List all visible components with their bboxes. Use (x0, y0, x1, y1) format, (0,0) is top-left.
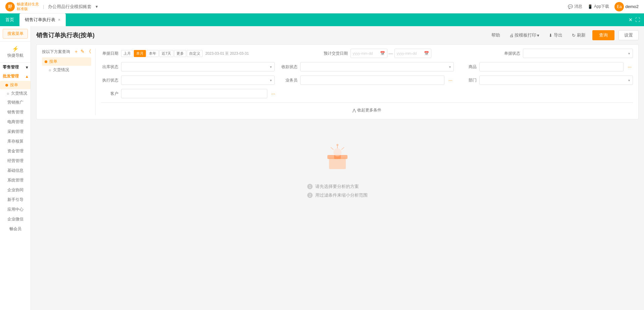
tab-home[interactable]: 首页 (0, 13, 19, 26)
sidebar-item-enterprise[interactable]: 企业协同 (0, 185, 31, 195)
date-tab-more[interactable]: 更多 (174, 50, 186, 57)
sidebar-item-ecommerce[interactable]: 电商管理 (0, 117, 31, 127)
download-icon: 📱 (588, 4, 593, 9)
date-tab-custom[interactable]: 自定义 (187, 50, 203, 57)
goods-input[interactable] (479, 62, 624, 71)
salesperson-input[interactable] (300, 75, 444, 85)
filter-layout: 按以下方案查询 ＋ ✎ 《 按单 ○ (42, 49, 633, 115)
svg-rect-0 (329, 157, 346, 169)
sidebar-item-quick-nav[interactable]: ⚡ 快捷导航 (0, 44, 31, 60)
system-label: 系统管理 (7, 177, 23, 183)
app-dropdown-icon[interactable]: ▾ (96, 4, 98, 9)
search-menu-btn[interactable]: 搜索菜单 (3, 29, 28, 39)
sidebar-sub-debt[interactable]: ○ 欠货情况 (0, 89, 31, 98)
collapse-more-btn[interactable]: ⋀ 收起更多条件 (101, 105, 633, 115)
operations-label: 经营管理 (7, 158, 23, 164)
dept-select[interactable]: ▾ (479, 75, 633, 85)
export-btn[interactable]: ⬇ 导出 (546, 31, 565, 40)
scheme-item-order[interactable]: 按单 (42, 57, 91, 66)
field-goods: 商品 ··· (459, 62, 633, 71)
sidebar-item-finance[interactable]: 资金管理 (0, 146, 31, 156)
date-tab-this-month[interactable]: 本月 (134, 50, 146, 57)
enterprise-label: 企业协同 (7, 187, 23, 193)
date-from-placeholder: yyyy-mm-dd (353, 51, 373, 55)
date-tab-7days[interactable]: 近7天 (159, 50, 173, 57)
date-tab-last-month[interactable]: 上月 (121, 50, 133, 57)
filter-row-2: 出库状态 ▾ 收款状态 ▾ (101, 62, 633, 71)
sidebar-item-retail[interactable]: 零售管理 ▾ (0, 63, 31, 72)
filter-divider (101, 102, 633, 103)
edit-scheme-icon[interactable]: ✎ (80, 49, 85, 55)
sidebar-item-wholesale[interactable]: 批发管理 ▴ (0, 72, 31, 81)
order-label: 按单 (10, 82, 18, 88)
template-print-btn[interactable]: 🖨 按模板打印 ▾ (507, 31, 542, 40)
field-salesperson: 业务员 ··· (280, 75, 454, 85)
scheme-title: 按以下方案查询 (42, 49, 70, 55)
field-date: 单据日期 上月 本月 本年 近7天 更多 自定义 (101, 50, 318, 57)
status-select[interactable]: ▾ (523, 49, 633, 58)
scheme-label-order: 按单 (49, 59, 57, 64)
app-download-btn[interactable]: 📱 App下载 (588, 4, 609, 9)
debt-sub-label: 欠货情况 (53, 67, 69, 73)
sidebar-item-sales-mgmt[interactable]: 销售管理 (0, 107, 31, 117)
ship-status-label: 出库状态 (101, 64, 118, 70)
add-scheme-icon[interactable]: ＋ (74, 49, 78, 55)
expected-date-label: 预计交货日期 (324, 51, 348, 56)
inventory-label: 库存核算 (7, 139, 23, 144)
expected-date-from[interactable]: yyyy-mm-dd 📅 (351, 49, 387, 58)
exec-status-select[interactable]: ▾ (121, 75, 275, 85)
sidebar-item-basic[interactable]: 基础信息 (0, 166, 31, 175)
expected-date-to[interactable]: yyyy-mm-dd 📅 (394, 49, 431, 58)
user-area[interactable]: Ea demo2 (614, 2, 639, 11)
tip-text-1: 请先选择要分析的方案 (315, 184, 359, 190)
collapse-icon: ⋀ (353, 108, 356, 113)
svg-point-3 (333, 148, 341, 156)
header-right: 💬 消息 📱 App下载 Ea demo2 (568, 2, 639, 11)
marketing-label: 营销推广 (7, 100, 23, 105)
customer-label: 客户 (101, 91, 118, 97)
window-maximize-icon[interactable]: ⛶ (635, 17, 640, 22)
salesperson-ellipsis[interactable]: ··· (447, 78, 454, 83)
payment-status-select[interactable]: ▾ (300, 62, 454, 71)
date-tab-this-year[interactable]: 本年 (147, 50, 159, 57)
field-exec-status: 执行状态 ▾ (101, 75, 275, 85)
empty-state: 1 请先选择要分析的方案 2 用过滤条件来缩小分析范围 (36, 122, 639, 218)
refresh-btn[interactable]: ↻ 刷新 (569, 31, 588, 40)
query-btn[interactable]: 查询 (592, 30, 614, 40)
tip-num-1: 1 (307, 184, 313, 189)
sidebar-item-inventory[interactable]: 库存核算 (0, 137, 31, 146)
collapse-scheme-icon[interactable]: 《 (87, 49, 91, 55)
window-close-icon[interactable]: ✕ (629, 17, 633, 22)
sidebar-item-app-center[interactable]: 应用中心 (0, 205, 31, 214)
logo-text: 畅捷通好生意 标准版 (17, 2, 39, 11)
scheme-dot-order (45, 60, 47, 63)
home-tab-label: 首页 (5, 17, 14, 23)
settings-btn[interactable]: 设置 (619, 30, 639, 40)
sidebar-item-member[interactable]: 畅会员 (0, 224, 31, 234)
avatar: Ea (614, 2, 624, 11)
sidebar-item-newbie[interactable]: 新手引导 (0, 195, 31, 205)
goods-ellipsis[interactable]: ··· (626, 64, 633, 69)
sidebar-item-marketing[interactable]: 营销推广 (0, 98, 31, 107)
sidebar-item-operations[interactable]: 经营管理 (0, 156, 31, 166)
sidebar-sub-order[interactable]: 按单 (0, 81, 31, 89)
help-btn[interactable]: 帮助 (489, 31, 503, 40)
dept-chevron: ▾ (628, 79, 630, 82)
app-title: 办公用品行业模拟账套 (48, 4, 92, 10)
tab-bar-right: ✕ ⛶ (629, 17, 644, 22)
debt-label: 欠货情况 (11, 91, 27, 96)
sidebar-item-wechat[interactable]: 企业微信 (0, 214, 31, 224)
tab-close-icon[interactable]: × (58, 17, 60, 22)
sidebar-item-purchase[interactable]: 采购管理 (0, 127, 31, 137)
customer-input[interactable] (121, 89, 267, 98)
wholesale-label: 批发管理 (3, 73, 19, 79)
tab-active[interactable]: 销售订单执行表 × (19, 13, 66, 26)
sidebar-item-system[interactable]: 系统管理 (0, 175, 31, 185)
retail-arrow: ▾ (26, 65, 28, 70)
filter-scheme-sidebar: 按以下方案查询 ＋ ✎ 《 按单 ○ (42, 49, 96, 115)
cal-to-icon: 📅 (424, 51, 429, 56)
scheme-item-debt[interactable]: ○ 欠货情况 (42, 66, 91, 74)
message-btn[interactable]: 💬 消息 (568, 4, 582, 9)
ship-status-select[interactable]: ▾ (121, 62, 275, 71)
customer-ellipsis[interactable]: ··· (270, 91, 277, 96)
